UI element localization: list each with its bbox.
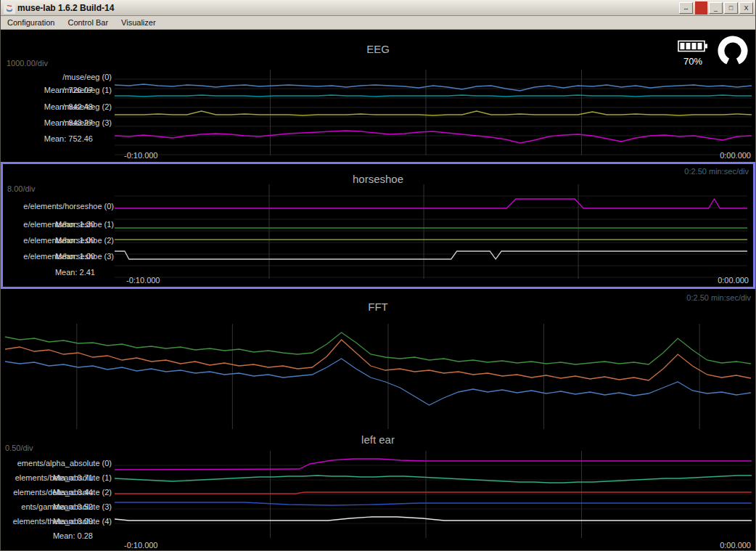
channel-label: /muse/eeg (2) [62, 103, 112, 111]
headband-status-ring-icon [716, 34, 749, 70]
channel-label: elements/theta_absolute (4) [13, 518, 112, 526]
battery-icon [678, 40, 708, 52]
panel-title: EEG [1, 43, 755, 55]
eeg-plot[interactable] [115, 70, 752, 155]
time-axis-end: 0:00.000 [720, 151, 751, 160]
visualizer-area: EEG 1000.00/div 70% /muse/e [1, 30, 755, 550]
time-axis-start: -0:10.000 [124, 541, 157, 550]
channel-label: ements/alpha_absolute (0) [17, 460, 112, 468]
panel-title: FFT [1, 301, 755, 313]
scale-label: 1000.00/div [7, 59, 48, 68]
app-icon [4, 2, 15, 14]
time-per-div-label: 0:2.50 min:sec/div [686, 293, 751, 302]
titlebar[interactable]: muse-lab 1.6.2 Build-14 ↔ _ □ X [1, 0, 755, 16]
leftear-channel-labels: ements/alpha_absolute (0) Mean: 0.71 ele… [1, 451, 115, 538]
panel-fft[interactable]: FFT 0:2.50 min:sec/div [1, 289, 755, 430]
titlebar-red-indicator [695, 1, 707, 15]
fft-plot[interactable] [5, 324, 751, 429]
time-axis-end: 0:00.000 [720, 541, 751, 550]
panel-left-ear[interactable]: left ear 0.50/div ements/alpha_absolute … [1, 430, 755, 550]
channel-label: /muse/eeg (1) [62, 86, 112, 94]
close-button[interactable]: X [739, 2, 753, 14]
time-per-div-label: 0:2.50 min:sec/div [684, 167, 749, 176]
menu-visualizer[interactable]: Visualizer [118, 17, 162, 28]
menu-configuration[interactable]: Configuration [4, 17, 60, 28]
time-axis-end: 0:00.000 [718, 276, 749, 285]
channel-label: ents/gamma_absolute (3) [21, 503, 112, 511]
horseshoe-channel-labels: e/elements/horseshoe (0) Mean: 1.30 e/el… [3, 184, 117, 279]
panel-title: horseshoe [3, 173, 753, 185]
menubar: Configuration Control Bar Visualizer [1, 16, 755, 30]
panel-title: left ear [1, 433, 755, 446]
horseshoe-plot[interactable] [115, 184, 747, 279]
channel-mean: Mean: 2.41 [55, 269, 95, 277]
channel-label: e/elements/horseshoe (3) [23, 253, 114, 261]
panel-eeg[interactable]: EEG 1000.00/div 70% /muse/e [1, 30, 755, 162]
maximize-button[interactable]: □ [724, 2, 738, 14]
window-title: muse-lab 1.6.2 Build-14 [17, 3, 678, 13]
eeg-channel-labels: /muse/eeg (0) Mean: 726.07 /muse/eeg (1)… [1, 70, 115, 155]
time-axis-start: -0:10.000 [126, 276, 160, 285]
battery-indicator: 70% [675, 40, 710, 67]
menu-control-bar[interactable]: Control Bar [65, 17, 114, 28]
channel-label: /muse/eeg (0) [62, 73, 112, 81]
time-axis-start: -0:10.000 [124, 151, 157, 160]
channel-label: e/elements/horseshoe (2) [23, 237, 114, 245]
minimize-button[interactable]: _ [709, 2, 723, 14]
panel-horseshoe[interactable]: horseshoe 0:2.50 min:sec/div 8.00/div e/… [1, 162, 755, 289]
channel-mean: Mean: 752.46 [44, 135, 93, 143]
channel-label: /muse/eeg (3) [62, 119, 112, 127]
channel-mean: Mean: 0.28 [53, 532, 93, 540]
leftear-plot[interactable] [115, 451, 752, 538]
channel-label: e/elements/horseshoe (0) [23, 203, 114, 211]
battery-percent: 70% [675, 56, 710, 67]
titlebar-arrow-button[interactable]: ↔ [679, 2, 693, 14]
channel-label: elements/delta_absolute (2) [13, 489, 112, 497]
app-window: muse-lab 1.6.2 Build-14 ↔ _ □ X Configur… [0, 0, 756, 551]
channel-label: elements/beta_absolute (1) [15, 474, 112, 482]
channel-label: e/elements/horseshoe (1) [23, 221, 114, 229]
